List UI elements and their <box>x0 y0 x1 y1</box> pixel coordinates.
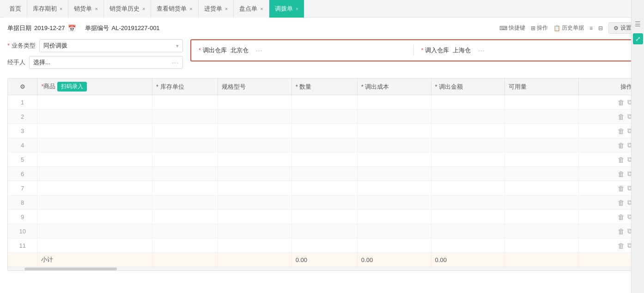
row-unit[interactable] <box>152 167 218 181</box>
row-spec[interactable] <box>218 210 292 224</box>
row-amount[interactable] <box>431 181 505 195</box>
th-settings[interactable]: ⚙ <box>8 79 37 95</box>
row-product[interactable] <box>37 124 152 138</box>
row-amount[interactable] <box>431 95 505 110</box>
row-amount[interactable] <box>431 238 505 253</box>
row-qty[interactable] <box>292 210 357 224</box>
out-warehouse-more-icon[interactable]: ··· <box>256 47 263 54</box>
delete-row-icon[interactable]: 🗑 <box>618 98 625 106</box>
row-unit[interactable] <box>152 195 218 210</box>
row-product[interactable] <box>37 238 152 253</box>
sidebar-list-icon[interactable]: ☰ <box>633 18 643 30</box>
tab-purchase[interactable]: 进货单 × <box>199 0 234 18</box>
delete-row-icon[interactable]: 🗑 <box>618 227 625 235</box>
row-product[interactable] <box>37 138 152 153</box>
row-amount[interactable] <box>431 210 505 224</box>
delete-row-icon[interactable]: 🗑 <box>618 184 625 192</box>
history-button[interactable]: 📋 历史单据 <box>553 24 584 32</box>
tab-close-transfer[interactable]: × <box>296 6 298 12</box>
row-cost[interactable] <box>357 224 431 238</box>
row-unit[interactable] <box>152 224 218 238</box>
row-product[interactable] <box>37 210 152 224</box>
layout-icon-2[interactable]: ⊟ <box>598 25 603 31</box>
row-unit[interactable] <box>152 153 218 167</box>
row-amount[interactable] <box>431 153 505 167</box>
row-amount[interactable] <box>431 167 505 181</box>
row-spec[interactable] <box>218 110 292 124</box>
row-qty[interactable] <box>292 167 357 181</box>
calendar-icon[interactable]: 📅 <box>68 24 76 32</box>
row-spec[interactable] <box>218 153 292 167</box>
row-product[interactable] <box>37 110 152 124</box>
layout-icon-1[interactable]: ≡ <box>589 25 593 31</box>
row-spec[interactable] <box>218 138 292 153</box>
shortcuts-button[interactable]: ⌨ 快捷键 <box>499 24 525 32</box>
tab-inventory-init[interactable]: 库存期初 × <box>27 0 68 18</box>
row-cost[interactable] <box>357 95 431 110</box>
tab-close-sales-order[interactable]: × <box>95 6 97 12</box>
row-qty[interactable] <box>292 195 357 210</box>
row-amount[interactable] <box>431 110 505 124</box>
row-product[interactable] <box>37 195 152 210</box>
row-cost[interactable] <box>357 210 431 224</box>
delete-row-icon[interactable]: 🗑 <box>618 170 625 178</box>
row-qty[interactable] <box>292 153 357 167</box>
row-amount[interactable] <box>431 138 505 153</box>
row-unit[interactable] <box>152 210 218 224</box>
horizontal-scrollbar[interactable] <box>8 267 636 270</box>
row-product[interactable] <box>37 181 152 195</box>
sidebar-expand-icon[interactable]: ⤢ <box>633 33 643 44</box>
row-spec[interactable] <box>218 95 292 110</box>
row-product[interactable] <box>37 95 152 110</box>
row-product[interactable] <box>37 224 152 238</box>
tab-sales-order[interactable]: 销货单 × <box>68 0 103 18</box>
row-unit[interactable] <box>152 110 218 124</box>
row-spec[interactable] <box>218 167 292 181</box>
scan-button[interactable]: 扫码录入 <box>57 82 87 92</box>
row-amount[interactable] <box>431 224 505 238</box>
row-cost[interactable] <box>357 110 431 124</box>
row-amount[interactable] <box>431 195 505 210</box>
tab-view-sales[interactable]: 查看销货单 × <box>151 0 198 18</box>
row-qty[interactable] <box>292 138 357 153</box>
tab-close-purchase[interactable]: × <box>225 6 228 12</box>
tab-inventory-check[interactable]: 盘点单 × <box>234 0 269 18</box>
row-unit[interactable] <box>152 238 218 253</box>
tab-transfer[interactable]: 调拨单 × <box>269 0 304 18</box>
row-unit[interactable] <box>152 124 218 138</box>
row-cost[interactable] <box>357 167 431 181</box>
row-cost[interactable] <box>357 153 431 167</box>
tab-close-inventory-init[interactable]: × <box>60 6 62 12</box>
operations-button[interactable]: ⊞ 操作 <box>531 24 548 32</box>
row-cost[interactable] <box>357 238 431 253</box>
delete-row-icon[interactable]: 🗑 <box>618 127 625 135</box>
tab-home[interactable]: 首页 <box>4 0 27 18</box>
row-unit[interactable] <box>152 95 218 110</box>
tab-close-sales-history[interactable]: × <box>142 6 145 12</box>
row-amount[interactable] <box>431 124 505 138</box>
row-qty[interactable] <box>292 238 357 253</box>
delete-row-icon[interactable]: 🗑 <box>618 141 625 149</box>
tab-close-inventory-check[interactable]: × <box>260 6 263 12</box>
row-spec[interactable] <box>218 124 292 138</box>
row-qty[interactable] <box>292 224 357 238</box>
delete-row-icon[interactable]: 🗑 <box>618 199 625 207</box>
row-spec[interactable] <box>218 181 292 195</box>
row-product[interactable] <box>37 167 152 181</box>
person-more-icon[interactable]: ··· <box>172 59 179 66</box>
row-unit[interactable] <box>152 138 218 153</box>
delete-row-icon[interactable]: 🗑 <box>618 242 625 250</box>
row-spec[interactable] <box>218 238 292 253</box>
row-qty[interactable] <box>292 124 357 138</box>
tab-close-view-sales[interactable]: × <box>189 6 192 12</box>
delete-row-icon[interactable]: 🗑 <box>618 113 625 121</box>
in-warehouse-more-icon[interactable]: ··· <box>478 47 485 54</box>
row-cost[interactable] <box>357 138 431 153</box>
row-qty[interactable] <box>292 110 357 124</box>
delete-row-icon[interactable]: 🗑 <box>618 156 625 164</box>
row-qty[interactable] <box>292 95 357 110</box>
row-unit[interactable] <box>152 181 218 195</box>
business-type-select[interactable]: 同价调拨 ▾ <box>39 39 183 52</box>
person-select[interactable]: 选择... ··· <box>29 56 183 69</box>
row-cost[interactable] <box>357 195 431 210</box>
